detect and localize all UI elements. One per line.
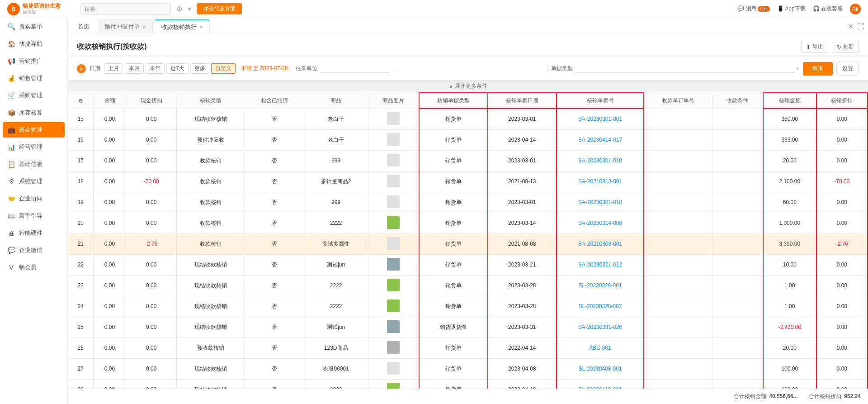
td-cancel-bill-no[interactable]: SL-20230408-001 (557, 358, 644, 379)
td-cancel-bill-no[interactable]: ABC-001 (557, 337, 644, 358)
gear-icon[interactable]: ⚙ (176, 5, 183, 13)
dropdown-icon[interactable]: ▾ (188, 5, 191, 12)
sidebar-item-guide[interactable]: 📖 新手引导 (0, 207, 67, 224)
industry-btn[interactable]: 休验行业方案 (197, 3, 242, 14)
td-cancel-bill-no[interactable]: SA-20230331-026 (557, 317, 644, 337)
td-cancel-bill-date: 2023-04-14 (488, 129, 557, 150)
baseinfo-icon: 📋 (7, 161, 15, 168)
sidebar-item-quicknav[interactable]: 🏠 快捷导航 (0, 35, 67, 52)
td-cash-discount: -2.76 (126, 233, 177, 254)
td-cancel-discount: 0.00 (816, 358, 868, 379)
tab-prepay[interactable]: 预付冲应付单 ✕ (98, 19, 153, 33)
unit-input[interactable] (321, 64, 389, 73)
app-logo: 6 畅捷通谱好生意 标准版 (7, 3, 75, 15)
td-product: 2222 (304, 275, 368, 296)
td-cancel-amount: 333.00 (763, 129, 816, 150)
td-receipt-condition (712, 129, 763, 150)
td-cancel-bill-no[interactable]: SA-20230301-001 (557, 109, 644, 129)
sidebar-item-baseinfo[interactable]: 📋 基础信息 (0, 156, 67, 173)
date-more-btn[interactable]: 更多 (190, 63, 209, 74)
sidebar-item-system[interactable]: ⚙ 系统管理 (0, 173, 67, 190)
sidebar-item-wechat[interactable]: 💬 企业微信 (0, 242, 67, 259)
td-cancel-bill-no[interactable]: SA-20230321-012 (557, 254, 644, 275)
td-cash-discount: 0.00 (126, 358, 177, 379)
td-cancel-discount: 0.00 (816, 379, 868, 389)
sidebar: 🔍 搜索菜单 🏠 快捷导航 📢 营销推广 💰 销售管理 🛒 采购管理 📦 库存核… (0, 18, 68, 404)
td-cancel-bill-no[interactable]: SA-20210808-001 (557, 233, 644, 254)
filter-toggle-btn[interactable]: » (77, 64, 86, 73)
user-avatar[interactable]: Rit (850, 4, 861, 14)
export-icon: ⬆ (806, 44, 811, 50)
expand-more-btn[interactable]: ∨ 展开更多条件 (449, 82, 487, 90)
td-seq: 16 (68, 129, 94, 150)
td-cancel-type: 预付冲应收 (177, 129, 245, 150)
td-cancel-bill-no[interactable]: SA-20230301-010 (557, 192, 644, 213)
tab-close-window-btn[interactable]: ✕ (848, 22, 854, 31)
td-cancel-type: 现结收款核销 (177, 358, 245, 379)
td-seq: 28 (68, 379, 94, 389)
date-quick-options: 上月 本月 本年 近7天 更多 自定义 (104, 63, 236, 74)
export-btn[interactable]: ⬆ 导出 (801, 41, 828, 53)
td-cancel-bill-type: 销货单 (419, 150, 488, 171)
sidebar-item-purchase[interactable]: 🛒 采购管理 (0, 87, 67, 104)
date-custom-btn[interactable]: 自定义 (211, 63, 236, 74)
top-bar-right: 💬 消息99+ 📱 App下载 🎧 在线客服 Rit (737, 4, 861, 14)
sidebar-item-bizmanage[interactable]: 📊 经营管理 (0, 138, 67, 156)
sidebar-item-corpwork[interactable]: 🤝 企业协同 (0, 190, 67, 207)
online-service-link[interactable]: 🎧 在线客服 (813, 5, 843, 13)
app-download-link[interactable]: 📱 App下载 (777, 5, 806, 13)
tab-home[interactable]: 首页 (71, 20, 96, 33)
content-area: 首页 预付冲应付单 ✕ 收款核销执行 ✕ ✕ ⛶ 收款核销执行(按收款) (68, 18, 868, 404)
td-product: 999 (304, 150, 368, 171)
message-label[interactable]: 💬 消息99+ (737, 5, 769, 13)
refresh-btn[interactable]: ↻ 刷新 (832, 41, 859, 53)
td-include-settled: 否 (245, 233, 304, 254)
table-row: 18 0.00 -70.00 收款核销 否 多计量商品2 销货单 2021-08… (68, 171, 868, 192)
td-cancel-bill-no[interactable]: SA-20230414-017 (557, 129, 644, 150)
td-cash-discount: 0.00 (126, 296, 177, 317)
filter-setting-btn[interactable]: 设置 (836, 62, 859, 76)
sidebar-item-sales[interactable]: 💰 销售管理 (0, 70, 67, 87)
td-cancel-bill-no[interactable]: SL-20230418-001 (557, 379, 644, 389)
td-product-image (368, 379, 419, 389)
search-input[interactable] (80, 3, 171, 15)
date-last-month-btn[interactable]: 上月 (104, 63, 123, 74)
sidebar-item-marketing[interactable]: 📢 营销推广 (0, 52, 67, 70)
td-cancel-amount: 1.00 (763, 275, 816, 296)
td-include-settled: 否 (245, 150, 304, 171)
td-receipt-condition (712, 296, 763, 317)
td-product-image (368, 129, 419, 150)
sidebar-item-finance[interactable]: 💼 资金管理 (3, 122, 65, 138)
th-settings[interactable]: ⚙ (68, 93, 94, 109)
table-row: 27 0.00 0.00 现结收款核销 否 衣服00001 销货单 2023-0… (68, 358, 868, 379)
tab-expand-btn[interactable]: ⛶ (857, 22, 864, 31)
td-cancel-bill-no[interactable]: SA-20230301-010 (557, 150, 644, 171)
sidebar-item-inventory[interactable]: 📦 库存核算 (0, 104, 67, 121)
td-cancel-discount: 0.00 (816, 254, 868, 275)
td-product: 测试jun (304, 317, 368, 337)
tab-prepay-close[interactable]: ✕ (142, 24, 146, 29)
th-cash-discount: 现金折扣 (126, 93, 177, 109)
query-btn[interactable]: 查询 (803, 62, 833, 76)
td-cancel-bill-no[interactable]: SL-20230328-001 (557, 275, 644, 296)
td-cancel-bill-date: 2023-03-28 (488, 275, 557, 296)
type-select[interactable] (575, 64, 794, 73)
date-7days-btn[interactable]: 近7天 (166, 63, 189, 74)
th-cancel-bill-no: 核销单据号 (557, 93, 644, 109)
td-cancel-bill-no[interactable]: SL-20230328-002 (557, 296, 644, 317)
td-include-settled: 否 (245, 109, 304, 129)
date-this-month-btn[interactable]: 本月 (125, 63, 144, 74)
td-cancel-bill-no[interactable]: SA-20230314-008 (557, 213, 644, 233)
td-product-image (368, 150, 419, 171)
td-cancel-amount: -2,430.00 (763, 317, 816, 337)
td-seq: 24 (68, 296, 94, 317)
td-cancel-type: 收款核销 (177, 233, 245, 254)
sidebar-item-hardware[interactable]: 🖨 智能硬件 (0, 224, 67, 242)
td-cancel-bill-no[interactable]: SA-20210813-001 (557, 171, 644, 192)
date-this-year-btn[interactable]: 本年 (146, 63, 165, 74)
sidebar-item-search[interactable]: 🔍 搜索菜单 (0, 18, 67, 35)
sidebar-item-member[interactable]: V 畅会员 (0, 259, 67, 276)
tab-receipt-close[interactable]: ✕ (199, 24, 203, 29)
td-cancel-discount: 0.00 (816, 317, 868, 337)
tab-receipt[interactable]: 收款核销执行 ✕ (155, 19, 210, 34)
